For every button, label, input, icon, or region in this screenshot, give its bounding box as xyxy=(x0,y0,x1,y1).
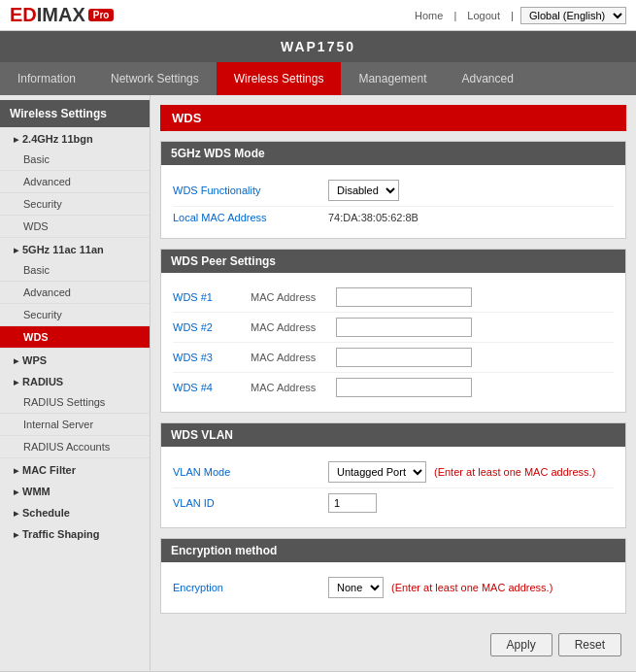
wds4-label: WDS #4 xyxy=(173,382,251,393)
top-bar: EDIMAX Pro Home | Logout | Global (Engli… xyxy=(0,0,636,31)
encryption-body: Encryption None WEP WPA (Enter at least … xyxy=(161,562,625,613)
sidebar-item-advanced-5g[interactable]: Advanced xyxy=(0,282,150,304)
sidebar-item-security-5g[interactable]: Security xyxy=(0,304,150,326)
wds1-mac-input[interactable] xyxy=(336,287,472,307)
local-mac-value: 74:DA:38:05:62:8B xyxy=(328,212,418,223)
wds1-label: WDS #1 xyxy=(173,291,251,303)
encryption-note: (Enter at least one MAC address.) xyxy=(391,582,552,593)
wds-peer-section: WDS Peer Settings WDS #1 MAC Address WDS… xyxy=(160,249,626,413)
sidebar-group-radius[interactable]: RADIUS xyxy=(0,370,150,391)
wds2-row: WDS #2 MAC Address xyxy=(173,313,614,343)
logout-link[interactable]: Logout xyxy=(467,10,500,21)
nav-management[interactable]: Management xyxy=(341,62,444,95)
wds-mode-header: 5GHz WDS Mode xyxy=(161,142,625,165)
page-title: WDS xyxy=(160,105,626,131)
top-links: Home | Logout | Global (English) xyxy=(411,7,626,24)
wds3-mac-input[interactable] xyxy=(336,348,472,367)
apply-button[interactable]: Apply xyxy=(490,633,552,656)
sidebar-group-2ghz[interactable]: 2.4GHz 11bgn xyxy=(0,127,150,149)
encryption-label: Encryption xyxy=(173,582,328,593)
pro-badge: Pro xyxy=(88,9,115,21)
wds4-row: WDS #4 MAC Address xyxy=(173,373,614,402)
wds3-mac-label: MAC Address xyxy=(251,352,328,363)
sidebar: Wireless Settings 2.4GHz 11bgn Basic Adv… xyxy=(0,95,151,671)
logo: EDIMAX Pro xyxy=(10,4,114,26)
sidebar-group-traffic-shaping[interactable]: Traffic Shaping xyxy=(0,522,150,544)
wds-mode-body: WDS Functionality Disabled Enabled Local… xyxy=(161,165,625,238)
sidebar-group-schedule[interactable]: Schedule xyxy=(0,501,150,522)
sidebar-item-internal-server[interactable]: Internal Server xyxy=(0,414,150,436)
wds-vlan-section: WDS VLAN VLAN Mode Untagged Port Tagged … xyxy=(160,422,626,528)
sidebar-item-wds-5g[interactable]: WDS xyxy=(0,326,150,349)
wds-functionality-select[interactable]: Disabled Enabled xyxy=(328,180,399,201)
reset-button[interactable]: Reset xyxy=(558,633,621,656)
wds-peer-body: WDS #1 MAC Address WDS #2 MAC Address WD… xyxy=(161,273,625,412)
vlan-mode-label: VLAN Mode xyxy=(173,466,328,478)
sidebar-group-5ghz[interactable]: 5GHz 11ac 11an xyxy=(0,238,150,259)
sidebar-group-mac-filter[interactable]: MAC Filter xyxy=(0,458,150,480)
vlan-mode-note: (Enter at least one MAC address.) xyxy=(434,466,595,478)
wds3-label: WDS #3 xyxy=(173,352,251,363)
sidebar-item-wds-2g[interactable]: WDS xyxy=(0,216,150,238)
wds2-mac-input[interactable] xyxy=(336,318,472,337)
vlan-mode-row: VLAN Mode Untagged Port Tagged Port (Ent… xyxy=(173,456,614,488)
wds1-row: WDS #1 MAC Address xyxy=(173,283,614,313)
home-link[interactable]: Home xyxy=(415,10,443,21)
sidebar-item-basic-5g[interactable]: Basic xyxy=(0,259,150,282)
sidebar-item-advanced-2g[interactable]: Advanced xyxy=(0,171,150,193)
wds-functionality-label: WDS Functionality xyxy=(173,185,328,196)
device-model-bar: WAP1750 xyxy=(0,31,636,62)
logo-text: EDIMAX xyxy=(10,4,85,26)
wds2-label: WDS #2 xyxy=(173,321,251,333)
sidebar-item-radius-settings[interactable]: RADIUS Settings xyxy=(0,391,150,414)
nav-wireless-settings[interactable]: Wireless Settings xyxy=(217,62,342,95)
wds-mode-section: 5GHz WDS Mode WDS Functionality Disabled… xyxy=(160,141,626,239)
sidebar-group-wmm[interactable]: WMM xyxy=(0,480,150,501)
sidebar-item-basic-2g[interactable]: Basic xyxy=(0,149,150,171)
vlan-id-input[interactable] xyxy=(328,493,377,513)
encryption-header: Encryption method xyxy=(161,539,625,562)
wds-vlan-body: VLAN Mode Untagged Port Tagged Port (Ent… xyxy=(161,447,625,527)
local-mac-label: Local MAC Address xyxy=(173,212,328,223)
wds4-mac-label: MAC Address xyxy=(251,382,328,393)
encryption-section: Encryption method Encryption None WEP WP… xyxy=(160,538,626,614)
encryption-row: Encryption None WEP WPA (Enter at least … xyxy=(173,572,614,603)
wds-functionality-row: WDS Functionality Disabled Enabled xyxy=(173,175,614,207)
button-row: Apply Reset xyxy=(160,623,626,661)
wds-vlan-header: WDS VLAN xyxy=(161,423,625,447)
nav-information[interactable]: Information xyxy=(0,62,93,95)
content-area: WDS 5GHz WDS Mode WDS Functionality Disa… xyxy=(151,95,636,671)
wds4-mac-input[interactable] xyxy=(336,378,472,397)
wds1-mac-label: MAC Address xyxy=(251,291,328,303)
sidebar-item-security-2g[interactable]: Security xyxy=(0,193,150,216)
nav-bar: Information Network Settings Wireless Se… xyxy=(0,62,636,95)
vlan-id-label: VLAN ID xyxy=(173,497,328,509)
encryption-select[interactable]: None WEP WPA xyxy=(328,577,384,598)
sidebar-group-wps[interactable]: WPS xyxy=(0,349,150,370)
wds2-mac-label: MAC Address xyxy=(251,321,328,333)
wds-peer-header: WDS Peer Settings xyxy=(161,250,625,273)
language-select[interactable]: Global (English) xyxy=(520,7,626,24)
sidebar-item-radius-accounts[interactable]: RADIUS Accounts xyxy=(0,436,150,458)
nav-network-settings[interactable]: Network Settings xyxy=(93,62,217,95)
nav-advanced[interactable]: Advanced xyxy=(444,62,530,95)
vlan-mode-select[interactable]: Untagged Port Tagged Port xyxy=(328,461,426,483)
wds3-row: WDS #3 MAC Address xyxy=(173,343,614,373)
device-model: WAP1750 xyxy=(281,39,355,54)
local-mac-row: Local MAC Address 74:DA:38:05:62:8B xyxy=(173,207,614,228)
main-layout: Wireless Settings 2.4GHz 11bgn Basic Adv… xyxy=(0,95,636,671)
sidebar-header: Wireless Settings xyxy=(0,100,150,127)
vlan-id-row: VLAN ID xyxy=(173,488,614,518)
